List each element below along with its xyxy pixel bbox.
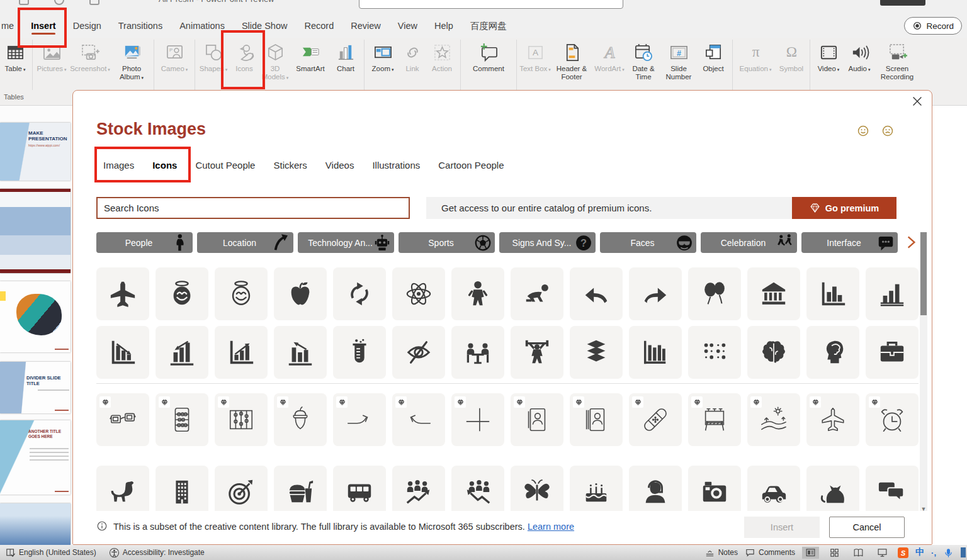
stock-icon-bandage[interactable] bbox=[629, 393, 682, 446]
ribbon-button-audio[interactable]: Audio ▾ bbox=[844, 38, 874, 93]
ribbon-button-link[interactable]: Link bbox=[399, 38, 426, 93]
insert-button[interactable]: Insert bbox=[744, 517, 820, 538]
status-view-show[interactable] bbox=[874, 547, 891, 559]
stock-icon-refresh-arrows[interactable] bbox=[333, 267, 386, 320]
stock-icon-road-branch-right[interactable] bbox=[333, 393, 386, 446]
stock-icon-bar-chart-arrow-down[interactable] bbox=[156, 326, 208, 379]
tab-videos[interactable]: Videos bbox=[325, 160, 354, 171]
ribbon-button-icons[interactable]: Icons bbox=[229, 38, 259, 93]
stock-icon-brain[interactable] bbox=[747, 326, 800, 379]
slide-thumbnail-3[interactable] bbox=[0, 281, 71, 352]
stock-icon-abacus[interactable] bbox=[156, 393, 208, 446]
ribbon-button-equation[interactable]: πEquation ▾ bbox=[735, 38, 776, 93]
tab-images[interactable]: Images bbox=[103, 160, 134, 171]
status-accessibility-investigate[interactable]: Accessibility: Investigate bbox=[109, 547, 205, 558]
menu-tab-animations[interactable]: Animations bbox=[179, 14, 225, 38]
slide-thumbnail-2[interactable] bbox=[0, 189, 71, 273]
menu-tab-record[interactable]: Record bbox=[304, 14, 334, 38]
menu-tab-review[interactable]: Review bbox=[351, 14, 381, 38]
stock-icon-3d-glasses[interactable] bbox=[96, 393, 149, 446]
stock-icon-bar-chart-arrow-up[interactable] bbox=[274, 326, 327, 379]
stock-icon-road-cross[interactable] bbox=[451, 393, 504, 446]
stock-icon-farmland[interactable] bbox=[747, 393, 800, 446]
stock-icon-airplane[interactable] bbox=[96, 267, 149, 320]
stock-icon-acorn[interactable] bbox=[274, 393, 327, 446]
stock-icon-head-with-brain[interactable] bbox=[806, 326, 859, 379]
status-sogou[interactable]: S bbox=[898, 547, 908, 558]
stock-icon-abacus-frame[interactable] bbox=[215, 393, 268, 446]
stock-icon-smiling-face-halo[interactable] bbox=[156, 267, 208, 320]
status-item[interactable]: ·, bbox=[931, 548, 936, 557]
scrollbar[interactable]: ▼ bbox=[920, 232, 927, 513]
ribbon-button-zoom[interactable]: Zoom ▾ bbox=[367, 38, 399, 93]
menu-tab-view[interactable]: View bbox=[398, 14, 417, 38]
ribbon-button-action[interactable]: Action bbox=[426, 38, 458, 93]
status-notes[interactable]: Notes bbox=[704, 547, 738, 558]
category-pill-location[interactable]: Location bbox=[197, 232, 293, 253]
stock-icon-alarm-clock[interactable] bbox=[866, 393, 919, 446]
ribbon-button-video[interactable]: Video ▾ bbox=[813, 38, 844, 93]
menu-tab-slide-show[interactable]: Slide Show bbox=[242, 14, 288, 38]
stock-icon-arrow-forward[interactable] bbox=[629, 267, 682, 320]
stock-icon-meeting-table[interactable] bbox=[451, 326, 504, 379]
category-pill-celebration[interactable]: Celebration bbox=[701, 232, 797, 253]
category-pill-signs-and-sy[interactable]: Signs And Sy...? bbox=[499, 232, 596, 253]
save-icon[interactable] bbox=[89, 0, 99, 5]
stock-icon-arrow-back[interactable] bbox=[570, 267, 623, 320]
stock-icon-bookshelf[interactable] bbox=[629, 326, 682, 379]
ribbon-button-object[interactable]: Object bbox=[697, 38, 730, 93]
go-premium-button[interactable]: Go premium bbox=[792, 197, 896, 219]
tab-illustrations[interactable]: Illustrations bbox=[372, 160, 420, 171]
stock-icon-address-book-2[interactable] bbox=[570, 393, 623, 446]
scrollbar-thumb[interactable] bbox=[920, 232, 927, 315]
ribbon-button-pictures[interactable]: Pictures ▾ bbox=[35, 38, 68, 93]
ribbon-button-symbol[interactable]: ΩSymbol bbox=[776, 38, 807, 93]
category-pill-technology-an[interactable]: Technology An... bbox=[298, 232, 394, 253]
stock-icon-braille[interactable] bbox=[688, 326, 741, 379]
stock-icon-airplane-outline[interactable] bbox=[806, 393, 859, 446]
ribbon-button-photo-album[interactable]: Photo Album ▾ bbox=[112, 38, 151, 93]
ribbon-button-smartart[interactable]: SmartArt bbox=[291, 38, 330, 93]
slide-thumbnail-1[interactable]: MAKE PRESENTATIONhttps://www.aippt.com/ bbox=[0, 123, 71, 181]
stock-icon-bank-building[interactable] bbox=[747, 267, 800, 320]
tab-icons[interactable]: Icons bbox=[152, 160, 177, 171]
stock-icon-baby[interactable] bbox=[451, 267, 504, 320]
record-button[interactable]: Record bbox=[904, 17, 962, 35]
ribbon-button-cameo[interactable]: PCameo ▾ bbox=[157, 38, 192, 93]
tab-cartoon-people[interactable]: Cartoon People bbox=[438, 160, 504, 171]
ribbon-button-shapes[interactable]: Shapes ▾ bbox=[198, 38, 229, 93]
menu-tab-百度网盘[interactable]: 百度网盘 bbox=[470, 14, 507, 38]
status-中[interactable]: 中 bbox=[915, 547, 924, 558]
ribbon-button-slide-number[interactable]: #Slide Number bbox=[660, 38, 697, 93]
status-mic[interactable] bbox=[943, 547, 954, 558]
ribbon-button-text-box[interactable]: AText Box ▾ bbox=[519, 38, 551, 93]
stock-icon-bar-chart[interactable] bbox=[806, 267, 859, 320]
ribbon-button-screen-recording[interactable]: Screen Recording bbox=[874, 38, 920, 93]
stock-icon-balloons[interactable] bbox=[688, 267, 741, 320]
ribbon-button-screenshot[interactable]: Screenshot ▾ bbox=[68, 38, 112, 93]
stock-icon-crawling-baby[interactable] bbox=[511, 267, 563, 320]
status-english-united-states[interactable]: English (United States) bbox=[5, 547, 96, 558]
chevron-right-icon[interactable] bbox=[903, 234, 919, 250]
status-view-normal[interactable] bbox=[802, 547, 819, 559]
stock-icon-road-branch-left[interactable] bbox=[392, 393, 445, 446]
category-pill-people[interactable]: People bbox=[96, 232, 193, 253]
feedback-smile-icon[interactable] bbox=[857, 125, 869, 137]
stock-icon-bar-chart-decline[interactable]: <22> bbox=[96, 326, 149, 379]
menu-tab-help[interactable]: Help bbox=[434, 14, 453, 38]
menu-tab-insert[interactable]: Insert bbox=[31, 14, 56, 38]
stock-icon-beaker[interactable] bbox=[333, 326, 386, 379]
category-pill-interface[interactable]: Interface bbox=[801, 232, 898, 253]
stock-icon-bar-chart-growth[interactable] bbox=[215, 326, 268, 379]
feedback-frown-icon[interactable] bbox=[881, 125, 894, 137]
stock-icon-bar-chart-ascending[interactable] bbox=[866, 267, 919, 320]
stock-icon-billboard[interactable] bbox=[688, 393, 741, 446]
sign-in-button[interactable] bbox=[880, 0, 925, 6]
menu-tab-design[interactable]: Design bbox=[73, 14, 101, 38]
ribbon-button-date-time[interactable]: Date & Time bbox=[626, 38, 660, 93]
stock-icon-address-book[interactable] bbox=[511, 393, 563, 446]
status-view-grid[interactable] bbox=[826, 547, 843, 559]
status-view-read[interactable] bbox=[850, 547, 867, 559]
search-input[interactable] bbox=[96, 197, 410, 219]
stock-icon-weightlifter[interactable] bbox=[511, 326, 563, 379]
